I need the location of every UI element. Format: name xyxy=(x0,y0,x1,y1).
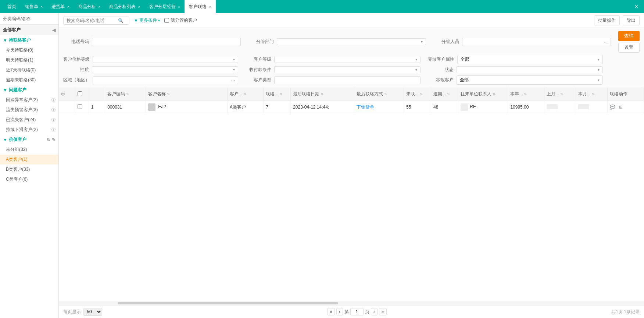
last-page-button[interactable]: » xyxy=(379,308,387,315)
row-last-month-cell xyxy=(544,100,576,114)
settings-button[interactable]: 设置 xyxy=(618,43,640,53)
first-page-button[interactable]: « xyxy=(327,308,335,315)
sidebar-item-overdue-contact[interactable]: 逾期未联络(30) xyxy=(0,75,58,85)
filter-cell-dept: 分管部门 ▾ xyxy=(248,38,426,45)
sort-icon-no-contact[interactable]: ⇅ xyxy=(420,92,423,96)
nav-purchase[interactable]: 进货单 × xyxy=(47,0,74,13)
sidebar-group-pending[interactable]: ▼ 待联络客户 xyxy=(0,35,58,45)
retail-customer-select[interactable]: 全部 ▾ xyxy=(457,75,603,85)
sidebar-item-7day-contact[interactable]: 近7天待联络(0) xyxy=(0,65,58,75)
phone-input[interactable] xyxy=(95,39,237,45)
sort-icon-this-month[interactable]: ⇅ xyxy=(592,92,595,96)
main-search-input[interactable] xyxy=(67,18,118,23)
select-all-checkbox[interactable] xyxy=(78,91,82,96)
sort-icon-overdue[interactable]: ⇅ xyxy=(447,92,450,96)
nav-product-analysis[interactable]: 商品分析 × xyxy=(74,0,105,13)
nav-home[interactable]: 首页 xyxy=(3,0,21,13)
sort-icon-grade[interactable]: ⇅ xyxy=(243,92,246,96)
sidebar-all-customers[interactable]: 全部客户 ◀ xyxy=(0,25,58,35)
sidebar-item-churned[interactable]: 已流失客户(24) ⓘ xyxy=(0,115,58,125)
sidebar-item-repurchase-abnormal[interactable]: 回购异常客户(2) ⓘ xyxy=(0,95,58,105)
row-checkbox[interactable] xyxy=(78,104,82,109)
col-settings[interactable]: ⚙ xyxy=(59,88,75,100)
sidebar-item-churn-warning[interactable]: 流失预警客户(3) ⓘ xyxy=(0,105,58,115)
retail-attr-select[interactable]: 全部 ▾ xyxy=(457,55,603,64)
refresh-icon[interactable]: ↻ xyxy=(47,137,50,142)
per-page-select[interactable]: 50 100 200 xyxy=(83,308,102,316)
region-dots-icon[interactable]: ··· xyxy=(231,78,235,83)
nav-product-analysis-close[interactable]: × xyxy=(98,4,100,9)
filter-row-1: 电话号码 分管部门 ▾ 分管人员 ··· xyxy=(63,31,640,53)
sidebar-collapse-icon[interactable]: ◀ xyxy=(52,28,56,33)
page-number-input[interactable] xyxy=(350,308,364,315)
sort-icon-history[interactable]: ⇅ xyxy=(493,92,495,96)
sidebar-item-tomorrow-contact[interactable]: 明天待联络(1) xyxy=(0,55,58,65)
region-input[interactable] xyxy=(96,78,231,83)
next-page-button[interactable]: › xyxy=(371,308,378,315)
prev-page-button[interactable]: ‹ xyxy=(336,308,343,315)
close-all-button[interactable]: × xyxy=(632,3,641,10)
dept-select[interactable]: ▾ xyxy=(277,38,426,45)
nav-customer-contact[interactable]: 客户联络 × xyxy=(185,0,215,13)
customer-grade-select[interactable]: ▾ xyxy=(274,56,421,63)
my-customers-checkbox[interactable] xyxy=(164,18,169,23)
settings-icon[interactable]: ⚙ xyxy=(61,92,65,97)
sidebar-item-declining[interactable]: 持续下滑客户(2) ⓘ xyxy=(0,125,58,135)
sidebar-group-problem[interactable]: ▼ 问题客户 xyxy=(0,85,58,95)
sort-icon-last-month[interactable]: ⇅ xyxy=(560,92,563,96)
col-history-contact: 往来单位联系人 ⇅ xyxy=(458,88,508,100)
filter-cell-customer-type: 客户类型 xyxy=(246,76,421,84)
col-this-year: 本年... ⇅ xyxy=(508,88,544,100)
price-grade-label: 客户价格等级 xyxy=(63,56,90,63)
sidebar-item-class-c[interactable]: C类客户(6) xyxy=(0,174,58,184)
row-checkbox-cell xyxy=(75,100,89,114)
chat-action-icon[interactable]: 💬 xyxy=(610,105,615,110)
filter-cell-status: 状态 ▾ xyxy=(428,66,603,73)
sort-icon-this-year[interactable]: ⇅ xyxy=(524,92,527,96)
filter-cell-phone: 电话号码 xyxy=(63,38,241,46)
sort-icon-contact[interactable]: ⇅ xyxy=(279,92,282,96)
footer-pagination: « ‹ 第 页 › » xyxy=(327,308,386,315)
price-grade-select[interactable]: ▾ xyxy=(93,56,238,63)
nav-customer-segment[interactable]: 客户分层经营 × xyxy=(145,0,185,13)
export-button[interactable]: 导出 xyxy=(623,15,640,25)
nav-purchase-close[interactable]: × xyxy=(67,4,69,9)
sidebar-group-value[interactable]: ▼ 价值客户 ↻ ✎ xyxy=(0,135,58,145)
table-header-row: ⚙ 客户编码 ⇅ xyxy=(59,88,644,100)
nav-sales[interactable]: 销售单 × xyxy=(21,0,47,13)
last-contact-method-link[interactable]: 下销货单 xyxy=(357,105,374,110)
more-filters-button[interactable]: ▼ 更多条件 ▾ xyxy=(134,17,160,24)
sidebar-item-class-a[interactable]: A类客户(1) xyxy=(0,155,58,165)
phone-label: 电话号码 xyxy=(63,39,89,45)
sort-icon-date[interactable]: ⇅ xyxy=(321,92,323,96)
query-button[interactable]: 查询 xyxy=(618,31,640,41)
nav-product-analysis-list[interactable]: 商品分析列表 × xyxy=(105,0,144,13)
grid-action-icon[interactable]: ⊞ xyxy=(619,105,623,110)
main-search-icon[interactable]: 🔍 xyxy=(118,18,124,23)
customer-type-input[interactable] xyxy=(278,78,417,83)
nature-select[interactable]: ▾ xyxy=(92,66,238,73)
table-area: ⚙ 客户编码 ⇅ xyxy=(59,88,644,301)
info-icon-declining: ⓘ xyxy=(51,127,56,132)
nav-segment-close[interactable]: × xyxy=(178,4,180,9)
payment-select[interactable]: ▾ xyxy=(274,66,421,73)
nav-sales-close[interactable]: × xyxy=(40,4,43,9)
edit-icon[interactable]: ✎ xyxy=(52,137,56,142)
sidebar-item-unclassified[interactable]: 未分组(32) xyxy=(0,145,58,155)
nav-contact-close[interactable]: × xyxy=(209,4,211,9)
problem-arrow-icon: ▼ xyxy=(3,88,7,93)
sidebar-item-class-b[interactable]: B类客户(33) xyxy=(0,165,58,174)
retail-attr-label: 零散客户属性 xyxy=(428,56,454,63)
row-name-cell: Ea? xyxy=(146,100,228,114)
sort-icon-code[interactable]: ⇅ xyxy=(126,92,129,96)
sidebar-item-today-contact[interactable]: 今天待联络(0) xyxy=(0,45,58,55)
batch-operation-button[interactable]: 批量操作 xyxy=(594,15,620,25)
sort-icon-name[interactable]: ⇅ xyxy=(167,92,170,96)
sidebar-search-input[interactable] xyxy=(3,16,58,21)
manager-input[interactable] xyxy=(465,39,604,45)
manager-dots-icon[interactable]: ··· xyxy=(604,39,608,45)
status-select[interactable]: ▾ xyxy=(457,66,603,73)
horizontal-scrollbar[interactable] xyxy=(59,301,644,305)
sort-icon-method[interactable]: ⇅ xyxy=(384,92,387,96)
nav-product-list-close[interactable]: × xyxy=(138,4,140,9)
